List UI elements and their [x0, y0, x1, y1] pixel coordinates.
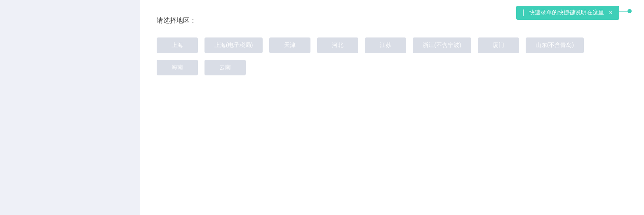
region-buttons: 上海上海(电子税局)天津河北江苏浙江(不含宁波)厦门山东(不含青岛)海南云南	[157, 37, 628, 75]
region-button[interactable]: 上海(电子税局)	[204, 37, 263, 53]
tooltip-bar	[523, 9, 524, 16]
tooltip-text: 快速录单的快捷键说明在这里	[529, 9, 604, 16]
tooltip-close-icon[interactable]: ×	[609, 9, 613, 16]
region-button[interactable]: 云南	[204, 60, 246, 75]
region-button[interactable]: 厦门	[478, 37, 519, 53]
region-button[interactable]: 山东(不含青岛)	[526, 37, 584, 53]
region-button[interactable]: 河北	[317, 37, 358, 53]
sidebar	[0, 0, 140, 215]
main-content: 请选择地区： 上海上海(电子税局)天津河北江苏浙江(不含宁波)厦门山东(不含青岛…	[140, 0, 644, 215]
region-button[interactable]: 江苏	[365, 37, 406, 53]
region-button[interactable]: 上海	[157, 37, 198, 53]
region-button[interactable]: 浙江(不含宁波)	[413, 37, 471, 53]
tooltip-dot	[628, 9, 632, 13]
region-button[interactable]: 天津	[269, 37, 310, 53]
tooltip-banner: 快速录单的快捷键说明在这里 ×	[516, 6, 619, 20]
region-button[interactable]: 海南	[157, 60, 198, 75]
